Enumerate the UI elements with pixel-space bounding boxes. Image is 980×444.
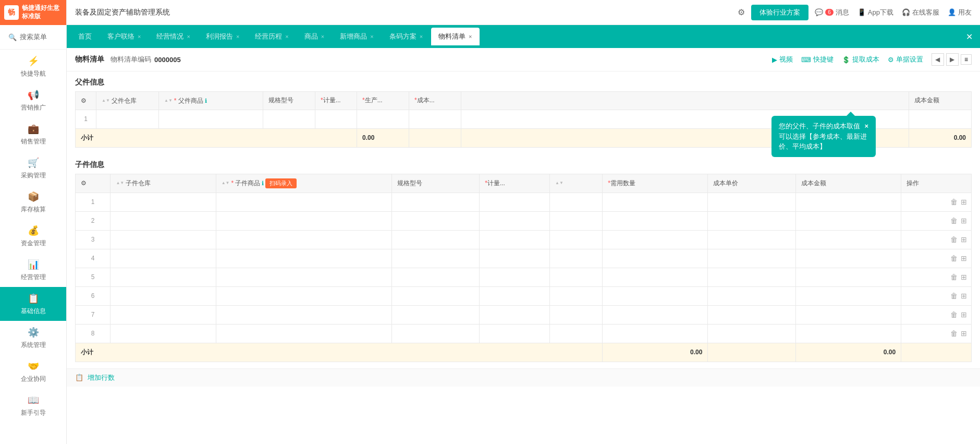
message-action[interactable]: 💬 6 消息 [815, 8, 849, 17]
tab-customer[interactable]: 客户联络 × [100, 28, 148, 45]
child-warehouse-cell[interactable] [111, 193, 216, 211]
child-spec-cell[interactable] [391, 193, 480, 211]
child-product-cell[interactable] [216, 230, 391, 249]
sidebar-search[interactable]: 🔍 搜索菜单 [0, 25, 66, 50]
delete-icon[interactable]: 🗑 [950, 273, 958, 281]
child-product-cell[interactable] [216, 268, 391, 286]
tab-profit-report[interactable]: 利润报告 × [199, 28, 247, 45]
child-spec-cell[interactable] [391, 305, 480, 324]
sidebar-item-purchase[interactable]: 🛒 采购管理 [0, 151, 66, 185]
child-amount-cell[interactable] [795, 268, 901, 286]
child-amount-cell[interactable] [795, 249, 901, 268]
child-product-cell[interactable] [216, 305, 391, 324]
sidebar-item-inventory[interactable]: 📦 库存核算 [0, 185, 66, 219]
tab-products-close[interactable]: × [321, 33, 324, 40]
child-warehouse-cell[interactable] [111, 305, 216, 324]
child-spec-cell[interactable] [391, 286, 480, 305]
copy-icon[interactable]: ⊞ [961, 235, 967, 244]
sidebar-item-system[interactable]: ⚙️ 系统管理 [0, 321, 66, 355]
single-settings-action[interactable]: ⚙ 单据设置 [888, 55, 923, 64]
child-qty-cell[interactable] [603, 305, 708, 324]
child-qty-cell[interactable] [603, 249, 708, 268]
parent-amount-cell[interactable] [909, 110, 972, 128]
copy-icon[interactable]: ⊞ [961, 329, 967, 338]
user-action[interactable]: 👤 用友 [948, 8, 972, 17]
copy-icon[interactable]: ⊞ [961, 198, 967, 206]
app-download-action[interactable]: 📱 App下载 [858, 8, 893, 17]
sidebar-item-sales[interactable]: 💼 销售管理 [0, 117, 66, 151]
trial-button[interactable]: 体验行业方案 [751, 5, 808, 20]
child-product-cell[interactable] [216, 211, 391, 230]
child-spec-cell[interactable] [391, 249, 480, 268]
delete-icon[interactable]: 🗑 [950, 254, 958, 262]
child-qty-cell[interactable] [603, 286, 708, 305]
child-qty-cell[interactable] [603, 324, 708, 343]
search-menu-button[interactable]: 🔍 搜索菜单 [4, 29, 62, 45]
parent-spec-cell[interactable] [263, 110, 315, 128]
child-amount-cell[interactable] [795, 211, 901, 230]
tab-operations-history[interactable]: 经营历程 × [248, 28, 296, 45]
child-unit-cell[interactable] [480, 193, 550, 211]
tooltip-close-button[interactable]: × [864, 121, 868, 131]
child-spec-cell[interactable] [391, 268, 480, 286]
shortcut-action[interactable]: ⌨ 快捷键 [801, 55, 834, 64]
child-unit-cell[interactable] [480, 249, 550, 268]
child-amount-cell[interactable] [795, 193, 901, 211]
child-gear-icon[interactable]: ⚙ [81, 179, 87, 187]
child-product-cell[interactable] [216, 286, 391, 305]
delete-icon[interactable]: 🗑 [950, 217, 958, 225]
child-spec-cell[interactable] [391, 230, 480, 249]
tab-operations-history-close[interactable]: × [285, 33, 288, 40]
child-warehouse-cell[interactable] [111, 249, 216, 268]
tab-new-product[interactable]: 新增商品 × [333, 28, 381, 45]
child-amount-cell[interactable] [795, 286, 901, 305]
child-qty-cell[interactable] [603, 211, 708, 230]
delete-icon[interactable]: 🗑 [950, 310, 958, 319]
child-qty-cell[interactable] [603, 268, 708, 286]
sidebar-item-operations[interactable]: 📊 经营管理 [0, 253, 66, 287]
child-amount-cell[interactable] [795, 305, 901, 324]
child-uprice-cell[interactable] [708, 211, 796, 230]
copy-icon[interactable]: ⊞ [961, 292, 967, 300]
child-product-cell[interactable] [216, 324, 391, 343]
gear-icon[interactable]: ⚙ [81, 97, 87, 104]
tab-products[interactable]: 商品 × [297, 28, 332, 45]
online-service-action[interactable]: 🎧 在线客服 [902, 8, 939, 17]
child-uprice-cell[interactable] [708, 193, 796, 211]
sidebar-item-marketing[interactable]: 📢 营销推广 [0, 83, 66, 117]
copy-icon[interactable]: ⊞ [961, 217, 967, 225]
tab-profit-report-close[interactable]: × [236, 33, 239, 40]
child-uprice-cell[interactable] [708, 286, 796, 305]
parent-production-cell[interactable] [357, 110, 409, 128]
tab-bom[interactable]: 物料清单 × [431, 28, 479, 45]
child-warehouse-cell[interactable] [111, 230, 216, 249]
child-amount-cell[interactable] [795, 230, 901, 249]
list-view-button[interactable]: ≡ [961, 54, 972, 65]
settings-icon[interactable]: ⚙ [738, 7, 745, 17]
sidebar-item-finance[interactable]: 💰 资金管理 [0, 219, 66, 253]
child-amount-cell[interactable] [795, 324, 901, 343]
sidebar-item-quick-nav[interactable]: ⚡ 快捷导航 [0, 50, 66, 83]
child-warehouse-cell[interactable] [111, 211, 216, 230]
tab-new-product-close[interactable]: × [370, 33, 373, 40]
parent-product-cell[interactable] [159, 110, 263, 128]
delete-icon[interactable]: 🗑 [950, 292, 958, 300]
copy-icon[interactable]: ⊞ [961, 310, 967, 319]
child-unit-cell[interactable] [480, 324, 550, 343]
child-unit-cell[interactable] [480, 211, 550, 230]
prev-page-button[interactable]: ◀ [932, 53, 944, 66]
cost-action[interactable]: 💲 提取成本 [842, 55, 879, 64]
child-uprice-cell[interactable] [708, 305, 796, 324]
sidebar-item-collab[interactable]: 🤝 企业协同 [0, 355, 66, 389]
delete-icon[interactable]: 🗑 [950, 329, 958, 338]
parent-warehouse-cell[interactable] [96, 110, 159, 128]
child-unit-cell[interactable] [480, 305, 550, 324]
tab-home[interactable]: 首页 [71, 28, 99, 45]
view-action[interactable]: ▶ 视频 [772, 55, 793, 64]
child-qty-cell[interactable] [603, 193, 708, 211]
tab-operations-status-close[interactable]: × [187, 33, 190, 40]
add-row-label[interactable]: 增加行数 [88, 373, 115, 382]
sidebar-item-guide[interactable]: 📖 新手引导 [0, 389, 66, 423]
child-product-cell[interactable] [216, 249, 391, 268]
child-qty-cell[interactable] [603, 230, 708, 249]
